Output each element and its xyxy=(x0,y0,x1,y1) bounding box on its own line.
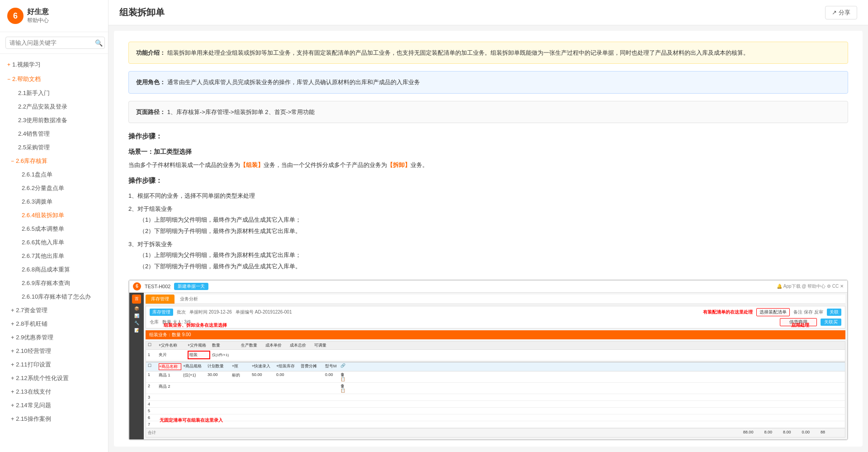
sidebar-item-purchase[interactable]: 2.5采购管理 xyxy=(4,141,108,154)
role-label: 使用角色： xyxy=(136,79,165,86)
sidebar-item-inv-query[interactable]: 2.6.9库存账本查询 xyxy=(7,276,108,290)
sidebar-item-video[interactable]: + 1.视频学习 xyxy=(0,57,108,72)
nav-group-1: + 1.视频学习 xyxy=(0,57,108,72)
sidebar-item-help-doc[interactable]: − 2.帮助文档 xyxy=(0,72,108,86)
sidebar-item-inventory[interactable]: − 2.6库存核算 xyxy=(4,154,108,168)
sidebar-item-stocktake[interactable]: 2.6.1盘点单 xyxy=(7,168,108,181)
sidebar-item-inv-error[interactable]: 2.6.10库存账本错了怎么办 xyxy=(7,290,108,304)
sidebar-item-cost-adjust[interactable]: 2.6.5成本调整单 xyxy=(7,222,108,236)
search-area: 🔍 xyxy=(0,32,108,54)
step-2-1: （1）上部明细为父件明细，最终作为产成品生成其它入库单； xyxy=(128,214,848,226)
nav-children-2: 2.1新手入门 2.2产品安装及登录 2.3使用前数据准备 2.4销售管理 2.… xyxy=(0,86,108,426)
step-2-2: （2）下部明细为子件明细，最终作为原材料生成其它出库单。 xyxy=(128,226,848,237)
role-text: 通常由生产人员或库管人员完成拆装业务的操作，库管人员确认原材料的出库和产成品的入… xyxy=(167,79,420,86)
step-2: 2、对于组装业务 xyxy=(128,204,848,215)
annotation-bottom-left: 无固定清单可在组装在这里录入 xyxy=(160,417,223,423)
sidebar-item-cases[interactable]: + 2.15操作案例 xyxy=(4,412,108,426)
mock-logo: 6 xyxy=(133,282,141,290)
app-subname: 帮助中心 xyxy=(27,17,49,24)
main: 组装拆卸单 ↗ 分享 功能介绍： 组装拆卸单用来处理企业组装或拆卸等加工业务，支… xyxy=(108,0,868,452)
topbar: 组装拆卸单 ↗ 分享 xyxy=(108,0,868,25)
scene-title: 场景一：加工类型选择 xyxy=(128,148,848,156)
app-name: 好生意 xyxy=(27,7,49,17)
search-icon[interactable]: 🔍 xyxy=(95,39,103,47)
logo-area: 6 好生意 帮助中心 xyxy=(0,0,108,32)
mock-type-bar: 组装业务：数量 9.00 组装业务、拆卸业务在这里选择 启用处理 xyxy=(146,330,845,339)
ops-title: 操作步骤： xyxy=(128,132,848,141)
sidebar-item-cost-recalc[interactable]: 2.6.8商品成本重算 xyxy=(7,263,108,276)
step-title: 操作步骤： xyxy=(128,176,848,185)
mock-form-header: 库存管理 批次 单据时间 2019-12-26 单据编号 AD-20191226… xyxy=(146,306,845,328)
sidebar-item-other-out[interactable]: 2.6.7其他出库单 xyxy=(7,249,108,263)
nav-label-1: 1.视频学习 xyxy=(12,61,41,69)
sidebar-item-mobile[interactable]: + 2.8手机旺铺 xyxy=(4,317,108,331)
sidebar-item-print[interactable]: + 2.11打印设置 xyxy=(4,358,108,371)
nav-group-2: − 2.帮助文档 2.1新手入门 2.2产品安装及登录 2.3使用前数据准备 2… xyxy=(0,72,108,426)
sidebar-item-other-in[interactable]: 2.6.6其他入库单 xyxy=(7,236,108,249)
role-block: 使用角色： 通常由生产人员或库管人员完成拆装业务的操作，库管人员确认原材料的出库… xyxy=(128,71,848,93)
mock-sidenav: 首 📦 📊 🔧 📝 xyxy=(129,293,144,439)
sidebar-item-mgmt[interactable]: + 2.10经营管理 xyxy=(4,344,108,358)
path-label: 页面路径： xyxy=(136,109,165,115)
logo-icon: 6 xyxy=(7,8,24,24)
step-3-2: （2）下部明细为子件明细，最终作为产成品生成其它入库单。 xyxy=(128,261,848,272)
sidebar-item-assembly[interactable]: 2.6.4组装拆卸单 xyxy=(7,209,108,222)
screenshot-mock: 6 TEST-H002 新建单据一天 🔔 App下载 @ 帮助中心 ⚙ CC ✕… xyxy=(128,280,848,440)
sidebar-item-partial-stocktake[interactable]: 2.6.2分量盘点单 xyxy=(7,181,108,195)
content-area: 功能介绍： 组装拆卸单用来处理企业组装或拆卸等加工业务，支持有固定装配清单的产品… xyxy=(114,31,863,447)
func-intro-label: 功能介绍： xyxy=(136,49,165,56)
nav-group-2-6: − 2.6库存核算 2.6.1盘点单 2.6.2分量盘点单 2.6.3调拨单 2… xyxy=(4,154,108,304)
nav-children-2-6: 2.6.1盘点单 2.6.2分量盘点单 2.6.3调拨单 2.6.4组装拆卸单 … xyxy=(4,168,108,304)
share-button[interactable]: ↗ 分享 xyxy=(825,6,857,19)
mock-icons: 🔔 App下载 @ 帮助中心 ⚙ CC ✕ xyxy=(777,283,844,290)
nav-label-2-6: 2.6库存核算 xyxy=(16,157,47,165)
step-3: 3、对于拆装业务 xyxy=(128,239,848,250)
path-text: 1、库存核算->库存管理->组装拆卸单 2、首页->常用功能 xyxy=(167,109,315,115)
sidebar-item-data-prep[interactable]: 2.3使用前数据准备 xyxy=(4,114,108,127)
func-intro-text: 组装拆卸单用来处理企业组装或拆卸等加工业务，支持有固定装配清单的产品加工业务，也… xyxy=(167,49,749,56)
share-icon: ↗ xyxy=(832,9,837,16)
page-title: 组装拆卸单 xyxy=(119,6,165,19)
sidebar-item-transfer[interactable]: 2.6.3调拨单 xyxy=(7,195,108,209)
scene-desc: 当由多个子件材料组装成一个成品的业务为【组装】业务，当由一个父件拆分成多个子产品… xyxy=(128,160,848,171)
mock-title: TEST-H002 xyxy=(145,284,170,289)
sidebar-item-personalize[interactable]: + 2.12系统个性化设置 xyxy=(4,371,108,385)
mock-table-area: ☐ +父件名称 +父件规格 数量 生产数量 成本单价 成本总价 可调量 xyxy=(146,341,845,438)
func-intro-block: 功能介绍： 组装拆卸单用来处理企业组装或拆卸等加工业务，支持有固定装配清单的产品… xyxy=(128,42,848,64)
mock-tabs: 库存管理 业务分析 xyxy=(146,295,845,304)
step-3-1: （1）上部明细为父件明细，最终作为原材料生成其它出库单； xyxy=(128,250,848,261)
path-block: 页面路径： 1、库存核算->库存管理->组装拆卸单 2、首页->常用功能 xyxy=(128,101,848,123)
sidebar-item-coupon[interactable]: + 2.9优惠券管理 xyxy=(4,331,108,344)
sidebar-item-faq[interactable]: + 2.14常见问题 xyxy=(4,399,108,412)
mock-new-btn: 新建单据一天 xyxy=(174,283,208,290)
nav-label-2: 2.帮助文档 xyxy=(12,75,41,83)
sidebar-item-sales[interactable]: 2.4销售管理 xyxy=(4,127,108,141)
step-1: 1、根据不同的业务，选择不同单据的类型来处理 xyxy=(128,190,848,202)
sidebar-item-newcomer[interactable]: 2.1新手入门 xyxy=(4,86,108,100)
sidebar-item-install[interactable]: 2.2产品安装及登录 xyxy=(4,100,108,114)
sidebar: 6 好生意 帮助中心 🔍 + 1.视频学习 − 2.帮助文档 2.1新手入门 2 xyxy=(0,0,108,452)
sidebar-item-finance[interactable]: + 2.7资金管理 xyxy=(4,304,108,317)
sidebar-item-online-pay[interactable]: + 2.13在线支付 xyxy=(4,385,108,399)
search-input[interactable] xyxy=(5,37,105,49)
nav-tree: + 1.视频学习 − 2.帮助文档 2.1新手入门 2.2产品安装及登录 2.3… xyxy=(0,54,108,452)
